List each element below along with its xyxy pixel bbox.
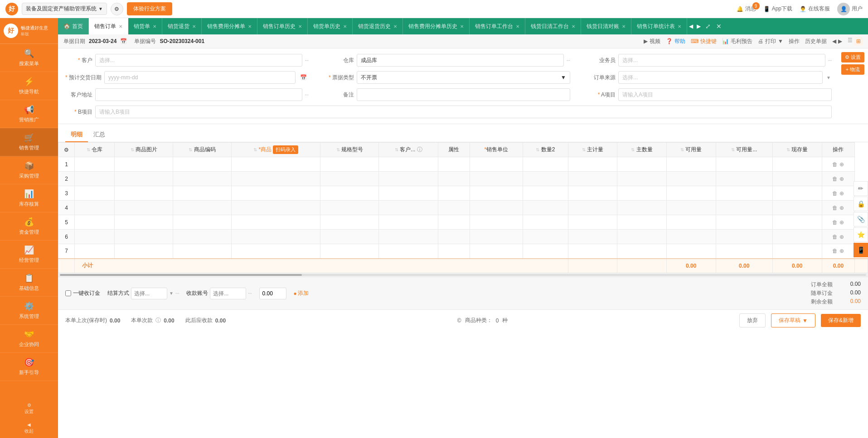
tab-detail[interactable]: 明细: [65, 128, 88, 142]
tab-close-icon[interactable]: ✕: [572, 24, 575, 29]
payment-more-btn[interactable]: ···: [175, 291, 179, 296]
row-current-stock[interactable]: [773, 201, 822, 215]
row-current-stock[interactable]: [773, 186, 822, 201]
row-customer-code[interactable]: [379, 215, 438, 230]
col-product[interactable]: ⇅ *商品 扫码录入: [232, 143, 320, 157]
row-available1[interactable]: [666, 215, 716, 230]
tab-close-all-btn[interactable]: ✕: [713, 21, 724, 32]
row-current-stock[interactable]: [773, 172, 822, 186]
row-main-unit[interactable]: [568, 215, 617, 230]
row-warehouse[interactable]: [75, 172, 115, 186]
tab-cash-reconcile[interactable]: 钱货日清对账 ✕: [581, 18, 631, 34]
copy-icon[interactable]: ⊕: [839, 248, 844, 254]
row-attribute[interactable]: [438, 186, 470, 201]
row-product-image[interactable]: [115, 201, 173, 215]
row-attribute[interactable]: [438, 230, 470, 244]
tab-close-icon[interactable]: ✕: [393, 24, 397, 29]
sidebar-item-search[interactable]: 🔍 搜索菜单: [0, 44, 58, 72]
row-product-image[interactable]: [115, 186, 173, 201]
copy-icon[interactable]: ⊕: [839, 176, 844, 182]
row-spec[interactable]: [320, 230, 379, 244]
row-product-image[interactable]: [115, 244, 173, 259]
row-spec[interactable]: [320, 157, 379, 172]
sidebar-collapse[interactable]: ◀ 收起: [0, 419, 58, 438]
notification-item[interactable]: 🔔 9 消息: [737, 5, 756, 13]
tab-nav-left[interactable]: ◀: [687, 23, 695, 29]
tab-summary[interactable]: 汇总: [88, 128, 111, 142]
account-more-btn[interactable]: ···: [248, 291, 252, 296]
tab-order-history[interactable]: 销售订单历史 ✕: [257, 18, 308, 34]
tab-sales-delivery[interactable]: 销货退货 ✕: [162, 18, 202, 34]
row-available1[interactable]: [666, 230, 716, 244]
sidebar-item-guide[interactable]: 🎯 新手引导: [0, 353, 58, 381]
user-item[interactable]: 👤 用户: [837, 3, 863, 15]
delete-icon[interactable]: 🗑: [832, 176, 838, 182]
abandon-button[interactable]: 放弃: [739, 313, 766, 327]
sidebar-item-purchase[interactable]: 📦 采购管理: [0, 156, 58, 184]
row-current-stock[interactable]: [773, 215, 822, 230]
row-available2[interactable]: [716, 215, 772, 230]
col-attribute[interactable]: 属性: [438, 143, 470, 157]
app-download-item[interactable]: 📱 App下载: [763, 5, 792, 13]
col-current-stock[interactable]: ⇅ 现存量: [773, 143, 822, 157]
row-main-qty[interactable]: [617, 201, 667, 215]
tab-expense-split[interactable]: 销售费用分摊单 ✕: [202, 18, 257, 34]
row-main-qty[interactable]: [617, 186, 667, 201]
row-product[interactable]: [232, 157, 320, 172]
tab-expense-history[interactable]: 销售费用分摊单历史 ✕: [403, 18, 470, 34]
row-product-image[interactable]: [115, 157, 173, 172]
tab-home[interactable]: 🏠 首页: [58, 18, 89, 34]
list-view-icon[interactable]: ☰: [848, 37, 853, 45]
row-qty2[interactable]: [523, 244, 568, 259]
col-sales-unit[interactable]: *销售单位: [470, 143, 523, 157]
tab-close-icon[interactable]: ✕: [622, 24, 626, 29]
tab-close-icon[interactable]: ✕: [516, 24, 519, 29]
tab-nav-right[interactable]: ▶: [695, 23, 703, 29]
row-qty2[interactable]: [523, 215, 568, 230]
row-spec[interactable]: [320, 172, 379, 186]
tab-close-icon[interactable]: ✕: [678, 24, 681, 29]
row-main-unit[interactable]: [568, 201, 617, 215]
row-warehouse[interactable]: [75, 157, 115, 172]
sidebar-item-enterprise[interactable]: 🤝 企业协同: [0, 325, 58, 353]
row-available2[interactable]: [716, 186, 772, 201]
col-spec[interactable]: ⇅ 规格型号: [320, 143, 379, 157]
row-main-qty[interactable]: [617, 230, 667, 244]
payment-method-input[interactable]: [131, 288, 167, 299]
tab-close-icon[interactable]: ✕: [153, 24, 156, 29]
row-product[interactable]: [232, 215, 320, 230]
row-current-stock[interactable]: [773, 157, 822, 172]
row-product-code[interactable]: [173, 244, 232, 259]
row-attribute[interactable]: [438, 244, 470, 259]
tab-close-icon[interactable]: ✕: [298, 24, 302, 29]
row-available2[interactable]: [716, 230, 772, 244]
delete-icon[interactable]: 🗑: [832, 205, 838, 211]
tab-delivery-history[interactable]: 销货退货历史 ✕: [353, 18, 403, 34]
col-customer-code[interactable]: ⇅ 客户... ⓘ: [379, 143, 438, 157]
row-product-code[interactable]: [173, 172, 232, 186]
col-available2[interactable]: ⇅ 可用量...: [716, 143, 772, 157]
row-sales-unit[interactable]: [470, 201, 523, 215]
float-star-btn[interactable]: ⭐: [853, 227, 868, 242]
row-sales-unit[interactable]: [470, 244, 523, 259]
row-qty2[interactable]: [523, 186, 568, 201]
float-lock-btn[interactable]: 🔒: [853, 197, 868, 211]
tab-order-stats[interactable]: 销售订单统计表 ✕: [631, 18, 687, 34]
row-customer-code[interactable]: [379, 157, 438, 172]
system-selector[interactable]: 装备及固定资产辅助管理系统 ▼: [22, 3, 107, 15]
tab-close-icon[interactable]: ✕: [343, 24, 347, 29]
row-customer-code[interactable]: [379, 201, 438, 215]
add-material-btn[interactable]: + 物流: [841, 64, 864, 75]
row-product-image[interactable]: [115, 215, 173, 230]
col-settings[interactable]: ⚙: [58, 143, 75, 157]
trial-button[interactable]: 体验行业方案: [127, 2, 172, 15]
row-warehouse[interactable]: [75, 215, 115, 230]
sidebar-item-marketing[interactable]: 📢 营销推广: [0, 100, 58, 128]
delete-icon[interactable]: 🗑: [832, 190, 838, 197]
row-sales-unit[interactable]: [470, 230, 523, 244]
row-warehouse[interactable]: [75, 201, 115, 215]
nav-prev-icon[interactable]: ◀: [832, 38, 836, 44]
save-new-button[interactable]: 保存&新增: [821, 314, 861, 327]
customer-input[interactable]: [95, 54, 302, 67]
tab-close-icon[interactable]: ✕: [248, 24, 252, 29]
